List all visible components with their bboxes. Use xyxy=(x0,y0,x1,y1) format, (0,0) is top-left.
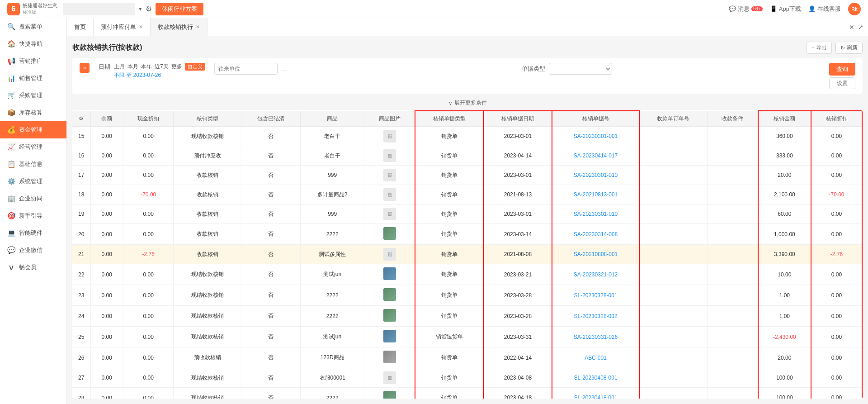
date-more[interactable]: 更多 xyxy=(171,63,182,71)
cell-bill-no[interactable]: SA-20230301-001 xyxy=(552,127,639,146)
bill-no-link[interactable]: SA-20230301-010 xyxy=(574,211,618,217)
query-btn[interactable]: 查询 xyxy=(829,63,855,76)
cell-goods-img[interactable] xyxy=(364,285,415,306)
cell-goods-img[interactable]: 🖼 xyxy=(364,245,415,264)
date-this-year[interactable]: 本年 xyxy=(141,63,152,71)
counterpart-input[interactable] xyxy=(214,63,278,75)
sidebar-item-wechat[interactable]: 💬 企业微信 xyxy=(0,242,66,259)
user-avatar[interactable]: Rit xyxy=(848,3,861,15)
goods-img-thumb[interactable] xyxy=(383,288,396,301)
dropdown-btn[interactable]: ▾ xyxy=(139,5,142,12)
date-7days[interactable]: 近7天 xyxy=(155,63,169,71)
sidebar-item-company[interactable]: 🏢 企业协同 xyxy=(0,190,66,207)
sidebar-item-sales[interactable]: 📊 销售管理 xyxy=(0,70,66,87)
tab-prepay-close[interactable]: ✕ xyxy=(139,24,143,30)
tab-collection-close[interactable]: ✕ xyxy=(196,24,200,30)
bill-no-link[interactable]: SA-20230414-017 xyxy=(574,152,618,159)
cell-bill-no[interactable]: SA-20230301-010 xyxy=(552,204,639,224)
cell-goods-img[interactable]: 🖼 xyxy=(364,166,415,185)
date-last-month[interactable]: 上月 xyxy=(114,63,125,71)
cell-bill-no[interactable]: SL-20230328-001 xyxy=(552,285,639,306)
cell-bill-no[interactable]: SL-20230418-001 xyxy=(552,388,639,399)
tab-prepay[interactable]: 预付冲应付单 ✕ xyxy=(94,18,151,36)
tab-home[interactable]: 首页 xyxy=(67,18,94,36)
bill-no-link[interactable]: SA-20230301-010 xyxy=(574,172,618,178)
service-btn[interactable]: 👤 在线客服 xyxy=(808,5,841,13)
cell-goods-img[interactable] xyxy=(364,224,415,245)
bill-no-link[interactable]: ABC-001 xyxy=(585,355,607,361)
bill-no-link[interactable]: SA-20230314-008 xyxy=(574,231,618,238)
sidebar-item-hardware[interactable]: 💻 智能硬件 xyxy=(0,224,66,242)
sidebar-item-guide[interactable]: 🎯 新手引导 xyxy=(0,207,66,224)
cell-goods-img[interactable]: 🖼 xyxy=(364,146,415,166)
goods-img-placeholder[interactable]: 🖼 xyxy=(383,208,396,220)
bill-no-link[interactable]: SL-20230328-002 xyxy=(574,313,617,319)
cell-goods-img[interactable]: 🖼 xyxy=(364,127,415,146)
cell-goods-img[interactable] xyxy=(364,264,415,285)
cell-goods-img[interactable] xyxy=(364,306,415,327)
filter-dots[interactable]: ... xyxy=(281,66,289,72)
cell-bill-no[interactable]: SA-20210808-001 xyxy=(552,245,639,264)
message-btn[interactable]: 💬 消息 99+ xyxy=(729,5,763,13)
date-this-month[interactable]: 本月 xyxy=(127,63,138,71)
goods-img-thumb[interactable] xyxy=(383,391,396,399)
cell-goods-img[interactable] xyxy=(364,327,415,347)
goods-img-placeholder[interactable]: 🖼 xyxy=(383,188,396,201)
cell-bill-no[interactable]: SL-20230408-001 xyxy=(552,368,639,388)
sidebar-item-search[interactable]: 🔍 搜索菜单 xyxy=(0,18,66,35)
window-close-btn[interactable]: ✕ xyxy=(849,24,854,31)
cell-bill-no[interactable]: SA-20210813-001 xyxy=(552,185,639,204)
sidebar-item-finance[interactable]: 💰 资金管理 xyxy=(0,121,66,138)
cell-bill-no[interactable]: SA-20230301-010 xyxy=(552,166,639,185)
cell-goods-img[interactable]: 🖼 xyxy=(364,204,415,224)
sidebar-item-operation[interactable]: 📈 经营管理 xyxy=(0,138,66,156)
bill-no-link[interactable]: SA-20230321-012 xyxy=(574,271,618,278)
goods-img-thumb[interactable] xyxy=(383,351,396,363)
expand-more-bar[interactable]: ∨ 展开更多条件 xyxy=(72,97,863,109)
sidebar-item-system[interactable]: ⚙️ 系统管理 xyxy=(0,173,66,190)
cell-bill-no[interactable]: ABC-001 xyxy=(552,347,639,368)
sidebar-item-purchase[interactable]: 🛒 采购管理 xyxy=(0,87,66,104)
bill-no-link[interactable]: SA-20230331-026 xyxy=(574,334,618,340)
cell-bill-no[interactable]: SA-20230314-008 xyxy=(552,224,639,245)
settings-icon-btn[interactable]: ⚙ xyxy=(146,5,152,13)
bill-no-link[interactable]: SA-20230301-001 xyxy=(574,133,618,139)
cell-goods-img[interactable]: 🖼 xyxy=(364,185,415,204)
bill-no-link[interactable]: SL-20230328-001 xyxy=(574,292,617,299)
tab-collection[interactable]: 收款核销执行 ✕ xyxy=(151,18,208,36)
bill-type-select[interactable] xyxy=(549,63,612,75)
bill-no-link[interactable]: SA-20210813-001 xyxy=(574,191,618,198)
cell-bill-no[interactable]: SL-20230328-002 xyxy=(552,306,639,327)
cell-bill-no[interactable]: SA-20230331-026 xyxy=(552,327,639,347)
app-download-btn[interactable]: 📱 App下载 xyxy=(770,5,801,13)
goods-img-placeholder[interactable]: 🖼 xyxy=(383,149,396,162)
solution-btn[interactable]: 休闲行业方案 xyxy=(156,3,203,15)
bill-no-link[interactable]: SL-20230418-001 xyxy=(574,394,617,399)
goods-img-placeholder[interactable]: 🖼 xyxy=(383,130,396,143)
goods-img-thumb[interactable] xyxy=(383,330,396,342)
bill-no-link[interactable]: SL-20230408-001 xyxy=(574,375,617,381)
goods-img-thumb[interactable] xyxy=(383,309,396,322)
sidebar-item-basic[interactable]: 📋 基础信息 xyxy=(0,156,66,173)
sidebar-item-marketing[interactable]: 📢 营销推广 xyxy=(0,52,66,70)
goods-img-thumb[interactable] xyxy=(383,227,396,240)
cell-bill-no[interactable]: SA-20230321-012 xyxy=(552,264,639,285)
date-custom[interactable]: 自定义 xyxy=(185,63,205,71)
sidebar-item-inventory[interactable]: 📦 库存核算 xyxy=(0,104,66,121)
goods-img-placeholder[interactable]: 🖼 xyxy=(383,169,396,181)
cell-goods-img[interactable] xyxy=(364,347,415,368)
th-settings[interactable]: ⚙ xyxy=(72,111,90,127)
goods-img-placeholder[interactable]: 🖼 xyxy=(383,248,396,261)
goods-img-placeholder[interactable]: 🖼 xyxy=(383,371,396,384)
bill-no-link[interactable]: SA-20210808-001 xyxy=(574,251,618,257)
goods-img-thumb[interactable] xyxy=(383,267,396,280)
cell-goods-img[interactable] xyxy=(364,388,415,399)
sidebar-item-quick-nav[interactable]: 🏠 快捷导航 xyxy=(0,35,66,52)
sidebar-item-member[interactable]: V 畅会员 xyxy=(0,259,66,276)
cell-bill-no[interactable]: SA-20230414-017 xyxy=(552,146,639,166)
refresh-btn[interactable]: ↻ 刷新 xyxy=(835,42,863,54)
setting-btn[interactable]: 设置 xyxy=(829,77,855,89)
breadcrumb-input[interactable] xyxy=(63,3,135,15)
cell-goods-img[interactable]: 🖼 xyxy=(364,368,415,388)
window-expand-btn[interactable]: ⤢ xyxy=(858,24,863,31)
